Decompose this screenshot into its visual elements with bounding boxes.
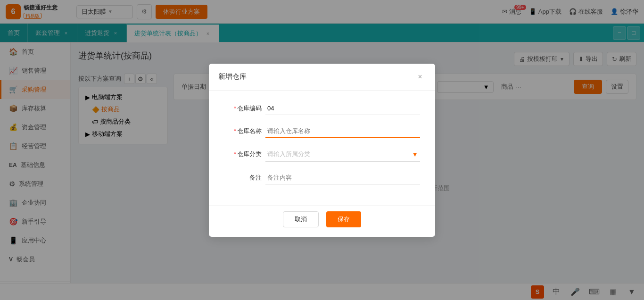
form-row-code: *仓库编码 bbox=[224, 102, 420, 115]
warehouse-category-select[interactable]: 请输入所属分类 ▼ bbox=[265, 147, 420, 162]
modal-footer: 取消 保存 bbox=[209, 205, 435, 237]
modal-header: 新增仓库 × bbox=[209, 64, 435, 91]
cancel-btn[interactable]: 取消 bbox=[283, 211, 319, 227]
form-row-category: *仓库分类 请输入所属分类 ▼ bbox=[224, 147, 420, 162]
category-required-star: * bbox=[234, 150, 236, 158]
add-warehouse-modal: 新增仓库 × *仓库编码 *仓库名称 *仓库分类 bbox=[209, 64, 435, 237]
notes-input[interactable] bbox=[265, 171, 420, 184]
modal-overlay: 新增仓库 × *仓库编码 *仓库名称 *仓库分类 bbox=[0, 0, 644, 300]
code-required-star: * bbox=[234, 105, 236, 112]
modal-title: 新增仓库 bbox=[218, 72, 247, 81]
modal-close-btn[interactable]: × bbox=[414, 71, 426, 83]
form-row-name: *仓库名称 bbox=[224, 125, 420, 138]
name-label: *仓库名称 bbox=[224, 127, 262, 135]
code-label: *仓库编码 bbox=[224, 104, 262, 113]
save-btn[interactable]: 保存 bbox=[326, 211, 361, 227]
warehouse-name-input[interactable] bbox=[265, 125, 420, 138]
category-placeholder: 请输入所属分类 bbox=[267, 150, 310, 158]
notes-label: 备注 bbox=[224, 174, 262, 182]
warehouse-code-input[interactable] bbox=[265, 102, 420, 115]
name-required-star: * bbox=[234, 127, 236, 134]
modal-body: *仓库编码 *仓库名称 *仓库分类 请输入所属分类 ▼ bbox=[209, 91, 435, 205]
form-row-notes: 备注 bbox=[224, 171, 420, 184]
category-field-label: *仓库分类 bbox=[224, 150, 262, 158]
category-dropdown-arrow: ▼ bbox=[412, 150, 418, 158]
